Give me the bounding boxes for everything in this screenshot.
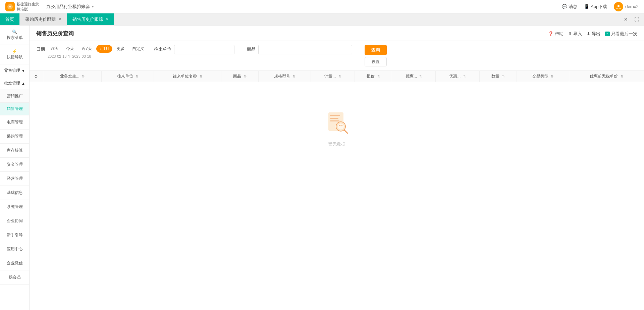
th-discount2[interactable]: 优惠... ⇅ — [436, 71, 479, 82]
goods-filter-label: 商品 — [247, 46, 256, 52]
date-7days-btn[interactable]: 近7天 — [78, 45, 95, 53]
sidebar-item-inventory[interactable]: 库存核算 — [0, 144, 29, 158]
sort-quote-price-icon: ⇅ — [377, 74, 380, 78]
sidebar-item-enterprise-coop[interactable]: 企业协同 — [0, 214, 29, 228]
sidebar-ops-mgmt-label: 经营管理 — [7, 176, 23, 182]
th-goods[interactable]: 商品 ⇅ — [221, 71, 259, 82]
sidebar-item-sales-mgmt[interactable]: 销售管理 — [0, 103, 29, 115]
help-btn[interactable]: ❓ 帮助 — [548, 31, 564, 37]
sort-partner-icon: ⇅ — [136, 74, 138, 78]
page-header-actions: ❓ 帮助 ⬆ 导入 ⬇ 导出 只看最后一次 — [548, 31, 637, 37]
import-btn[interactable]: ⬆ 导入 — [568, 31, 582, 37]
filter-settings-btn[interactable]: 设置 — [365, 57, 387, 66]
tab-sales-history[interactable]: 销售历史价跟踪 ✕ — [67, 13, 114, 25]
th-partner-name[interactable]: 往来单位名称 ⇅ — [154, 71, 221, 82]
query-btn[interactable]: 查询 — [365, 45, 387, 55]
message-btn[interactable]: 💬 消息 — [562, 4, 577, 10]
th-settings[interactable]: ⚙ — [30, 71, 43, 82]
download-icon: 📱 — [584, 4, 589, 9]
th-no-tax-price[interactable]: 优惠前无税单价 ⇅ — [569, 71, 644, 82]
page-header: 销售历史价查询 ❓ 帮助 ⬆ 导入 ⬇ 导出 只看最后一次 — [30, 25, 644, 41]
sidebar-item-quick-nav[interactable]: ⚡ 快捷导航 — [0, 45, 29, 64]
app-title-text: 办公用品行业模拟账套 — [46, 4, 90, 10]
logo-area: 畅捷通好生意 标准版 — [5, 2, 39, 11]
avatar — [614, 2, 623, 11]
sidebar-retail-mgmt-label: 零售管理 — [4, 68, 20, 73]
th-quantity[interactable]: 数量 ⇅ — [479, 71, 517, 82]
sidebar-item-finance-mgmt[interactable]: 资金管理 — [0, 158, 29, 172]
svg-rect-5 — [330, 120, 339, 121]
sidebar-item-ecom-mgmt[interactable]: 电商管理 — [0, 115, 29, 130]
sort-discount1-icon: ⇅ — [419, 74, 422, 78]
sidebar-item-search-menu[interactable]: 🔍 搜索菜单 — [0, 25, 29, 45]
header-right: 💬 消息 📱 App下载 demo2 — [562, 2, 639, 11]
th-spec[interactable]: 规格型号 ⇅ — [259, 71, 311, 82]
data-table: ⚙ 业务发生... ⇅ 往来单位 ⇅ 往来单位名称 ⇅ — [30, 71, 644, 174]
sort-spec-icon: ⇅ — [292, 74, 295, 78]
empty-state: 暂无数据 — [30, 82, 644, 174]
sidebar-search-menu-label: 搜索菜单 — [7, 35, 23, 41]
partner-dots-btn[interactable]: ... — [236, 47, 240, 52]
th-unit[interactable]: 计量... ⇅ — [311, 71, 355, 82]
message-icon: 💬 — [562, 4, 567, 9]
tab-purchase-history[interactable]: 采购历史价跟踪 ✕ — [20, 13, 67, 25]
goods-input[interactable] — [258, 45, 352, 54]
sidebar-item-purchase-mgmt[interactable]: 采购管理 — [0, 130, 29, 144]
partner-input[interactable] — [174, 45, 234, 54]
sidebar-item-wholesale-mgmt[interactable]: 批发管理 ▲ — [0, 77, 29, 90]
sidebar-marketing-label: 营销推广 — [7, 94, 23, 98]
sidebar-item-sys-mgmt[interactable]: 系统管理 — [0, 200, 29, 214]
date-more-btn[interactable]: 更多 — [114, 45, 128, 53]
th-biz-date[interactable]: 业务发生... ⇅ — [43, 71, 102, 82]
th-quote-price[interactable]: 报价 ⇅ — [355, 71, 392, 82]
sidebar-ecom-mgmt-label: 电商管理 — [7, 119, 23, 125]
search-menu-icon: 🔍 — [12, 30, 17, 34]
tab-purchase-close-icon[interactable]: ✕ — [58, 17, 61, 21]
sidebar-item-new-guide[interactable]: 新手引导 — [0, 228, 29, 242]
sidebar-member-label: 畅会员 — [9, 274, 21, 280]
import-icon: ⬆ — [568, 31, 572, 36]
only-last-checkbox[interactable] — [605, 32, 610, 36]
date-custom-btn[interactable]: 自定义 — [129, 45, 147, 53]
sort-biz-date-icon: ⇅ — [82, 74, 85, 78]
empty-text: 暂无数据 — [328, 141, 345, 147]
tab-home[interactable]: 首页 — [0, 13, 20, 25]
tab-sales-close-icon[interactable]: ✕ — [106, 17, 109, 21]
sidebar-item-enterprise-wechat[interactable]: 企业微信 — [0, 256, 29, 270]
th-trade-type[interactable]: 交易类型 ⇅ — [517, 71, 569, 82]
sidebar-enterprise-coop-label: 企业协同 — [7, 218, 23, 224]
tab-close-all-btn[interactable]: ✕ — [622, 15, 630, 23]
export-btn[interactable]: ⬇ 导出 — [587, 31, 600, 37]
sidebar-item-member[interactable]: 畅会员 — [0, 270, 29, 285]
date-btn-row: 昨天 今天 近7天 近1月 更多 自定义 — [48, 45, 147, 53]
tab-sales-history-label: 销售历史价跟踪 — [72, 16, 103, 22]
partner-filter-group: 往来单位 ... — [154, 45, 240, 54]
page-title: 销售历史价查询 — [36, 30, 74, 37]
only-last-checkbox-label[interactable]: 只看最后一次 — [605, 31, 637, 37]
sidebar-item-retail-mgmt[interactable]: 零售管理 ▼ — [0, 64, 29, 77]
sidebar-item-ops-mgmt[interactable]: 经营管理 — [0, 172, 29, 186]
wholesale-expand-icon: ▲ — [21, 81, 25, 86]
sidebar-item-app-center[interactable]: 应用中心 — [0, 242, 29, 256]
app-title-area[interactable]: 办公用品行业模拟账套 ▾ — [46, 4, 94, 10]
table-body: 暂无数据 — [30, 82, 644, 174]
user-avatar-area[interactable]: demo2 — [614, 2, 639, 11]
settings-gear-icon[interactable]: ⚙ — [34, 74, 38, 79]
content-area: 销售历史价查询 ❓ 帮助 ⬆ 导入 ⬇ 导出 只看最后一次 — [30, 25, 644, 310]
date-yesterday-btn[interactable]: 昨天 — [48, 45, 62, 53]
th-discount1[interactable]: 优惠... ⇅ — [392, 71, 436, 82]
tab-bar: 首页 采购历史价跟踪 ✕ 销售历史价跟踪 ✕ ✕ ⛶ — [0, 13, 644, 25]
logo-text: 畅捷通好生意 标准版 — [17, 2, 39, 11]
date-range-text: 2023-02-18 至 2023-03-18 — [48, 54, 147, 59]
date-1month-btn[interactable]: 近1月 — [96, 45, 113, 53]
sidebar-app-center-label: 应用中心 — [7, 246, 23, 252]
goods-dots-btn[interactable]: ... — [354, 47, 358, 52]
sidebar-item-marketing[interactable]: 营销推广 — [0, 90, 29, 103]
sidebar-sales-mgmt-label: 销售管理 — [7, 106, 23, 111]
date-today-btn[interactable]: 今天 — [63, 45, 77, 53]
th-partner[interactable]: 往来单位 ⇅ — [102, 71, 154, 82]
app-download-btn[interactable]: 📱 App下载 — [584, 4, 607, 10]
partner-filter-label: 往来单位 — [154, 46, 171, 52]
sidebar-item-basic-info[interactable]: 基础信息 — [0, 186, 29, 200]
tab-maximize-btn[interactable]: ⛶ — [633, 15, 641, 23]
